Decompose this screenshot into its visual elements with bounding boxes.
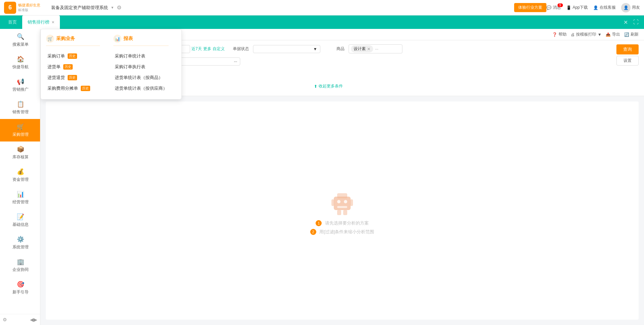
sidebar-item-sales[interactable]: 📋 销售管理 bbox=[0, 96, 40, 119]
tab-close-icon[interactable]: ✕ bbox=[51, 20, 55, 25]
purchase-business-title: 🛒 采购业务 bbox=[46, 35, 100, 46]
system-settings-btn[interactable]: ⚙ bbox=[117, 4, 121, 11]
svg-rect-6 bbox=[350, 199, 353, 206]
sidebar: 🔍 搜索菜单 🏠 快捷导航 📢 营销推广 📋 销售管理 🛒 采购管理 📦 库存核… bbox=[0, 29, 40, 325]
purchase-business-section: 🛒 采购业务 采购订单 历史 进货单 历史 进货退货 历史 采购费用分摊单 历史 bbox=[46, 35, 100, 94]
empty-illustration bbox=[325, 187, 359, 220]
export-icon: 📤 bbox=[606, 32, 611, 37]
menu-item-order-stat[interactable]: 采购订单统计表 bbox=[113, 51, 169, 62]
salesperson-select[interactable]: ··· bbox=[173, 57, 240, 66]
salesperson-ellipsis: ··· bbox=[234, 59, 237, 64]
goods-tag-close[interactable]: ✕ bbox=[367, 47, 370, 51]
sidebar-item-purchase[interactable]: 🛒 采购管理 bbox=[0, 119, 40, 141]
notification-badge: 9 bbox=[558, 3, 563, 7]
sidebar-item-guide[interactable]: 🎯 新手引导 bbox=[0, 277, 40, 299]
app-download-action[interactable]: 📱 App下载 bbox=[566, 5, 588, 10]
refresh-btn[interactable]: 🔄 刷新 bbox=[624, 32, 639, 37]
menu-item-incoming-by-supplier[interactable]: 进货单统计表（按供应商） bbox=[113, 83, 169, 94]
menu-item-order-exec[interactable]: 采购订单执行表 bbox=[113, 62, 169, 72]
finance-icon: 💰 bbox=[17, 168, 24, 175]
avatar: 👤 bbox=[621, 3, 631, 12]
menu-item-purchase-order[interactable]: 采购订单 历史 bbox=[46, 51, 100, 62]
sidebar-label-guide: 新手引导 bbox=[12, 289, 29, 295]
user-action[interactable]: 👤 用友 bbox=[621, 3, 640, 12]
purchase-report-icon: 📊 bbox=[113, 35, 121, 43]
window-minimize-btn[interactable]: ✕ bbox=[621, 19, 631, 26]
svg-point-2 bbox=[337, 200, 341, 203]
tab-home[interactable]: 首页 bbox=[3, 15, 22, 29]
guide-icon: 🎯 bbox=[17, 281, 24, 288]
menu-item-expense[interactable]: 采购费用分摊单 历史 bbox=[46, 83, 100, 94]
refresh-icon: 🔄 bbox=[624, 32, 629, 37]
notification-icon: 💬 bbox=[546, 5, 551, 10]
sidebar-collapse-btn[interactable]: ◀▶ bbox=[30, 317, 37, 322]
svg-rect-1 bbox=[337, 193, 347, 198]
svg-point-3 bbox=[344, 200, 347, 203]
menu-item-incoming-by-goods[interactable]: 进货单统计表（按商品） bbox=[113, 72, 169, 83]
sidebar-item-operation[interactable]: 📊 经营管理 bbox=[0, 187, 40, 209]
preset-7days[interactable]: 近7天 bbox=[191, 46, 202, 52]
sidebar-item-basic[interactable]: 📝 基础信息 bbox=[0, 209, 40, 232]
home-icon: 🏠 bbox=[17, 55, 24, 63]
sidebar-label-system: 系统管理 bbox=[12, 244, 29, 250]
sidebar-item-search[interactable]: 🔍 搜索菜单 bbox=[0, 29, 40, 51]
sidebar-label-operation: 经营管理 bbox=[12, 199, 29, 205]
goods-label: 商品 bbox=[324, 46, 345, 52]
collapse-icon: ⬆ bbox=[314, 84, 317, 89]
sidebar-label-marketing: 营销推广 bbox=[12, 87, 29, 92]
goods-tag: 设计素 ✕ bbox=[351, 45, 373, 52]
online-service-action[interactable]: 👤 在线客服 bbox=[593, 5, 616, 10]
logo-text: 畅捷通好生意 bbox=[18, 3, 40, 7]
hist-badge-1: 历史 bbox=[63, 64, 73, 70]
nav-tabs: 首页 销售排行榜 ✕ ✕ ⛶ bbox=[0, 15, 644, 29]
industry-button[interactable]: 体验行业方案 bbox=[514, 3, 546, 12]
sidebar-settings-btn[interactable]: ⚙ bbox=[3, 317, 7, 322]
sales-icon: 📋 bbox=[17, 100, 24, 108]
sidebar-item-inventory[interactable]: 📦 库存核算 bbox=[0, 141, 40, 164]
sidebar-item-enterprise[interactable]: 🏢 企业协同 bbox=[0, 254, 40, 277]
menu-item-incoming[interactable]: 进货单 历史 bbox=[46, 62, 100, 72]
tab-sales-ranking[interactable]: 销售排行榜 ✕ bbox=[22, 15, 60, 29]
basic-icon: 📝 bbox=[17, 213, 24, 220]
svg-rect-5 bbox=[331, 199, 334, 206]
sidebar-item-quicknav[interactable]: 🏠 快捷导航 bbox=[0, 51, 40, 74]
voucher-status-select[interactable]: ▼ bbox=[253, 45, 320, 53]
goods-filter: 设计素 ✕ ··· bbox=[349, 44, 402, 53]
sidebar-item-marketing[interactable]: 📢 营销推广 bbox=[0, 74, 40, 96]
system-name: 装备及固定资产辅助管理系统 bbox=[51, 5, 108, 11]
preset-more[interactable]: 更多 bbox=[203, 46, 211, 52]
goods-ellipsis[interactable]: ··· bbox=[375, 47, 379, 51]
inventory-icon: 📦 bbox=[17, 146, 24, 153]
print-btn[interactable]: 🖨 按模板打印 ▼ bbox=[571, 32, 602, 37]
sidebar-item-system[interactable]: ⚙️ 系统管理 bbox=[0, 232, 40, 254]
notification-action[interactable]: 💬 消息 9 bbox=[546, 5, 561, 10]
svg-rect-8 bbox=[343, 210, 347, 215]
tab-home-label: 首页 bbox=[8, 19, 17, 25]
hist-badge-0: 历史 bbox=[68, 53, 77, 59]
operation-icon: 📊 bbox=[17, 191, 24, 198]
help-btn[interactable]: ❓ 帮助 bbox=[552, 32, 567, 37]
menu-item-return[interactable]: 进货退货 历史 bbox=[46, 72, 100, 83]
empty-tip-1: 1 请先选择要分析的方案 bbox=[316, 220, 369, 226]
sidebar-label-finance: 资金管理 bbox=[12, 177, 29, 182]
svg-rect-7 bbox=[337, 210, 341, 215]
sidebar-label-search: 搜索菜单 bbox=[12, 42, 29, 47]
purchase-dropdown-menu: 🛒 采购业务 采购订单 历史 进货单 历史 进货退货 历史 采购费用分摊单 历史… bbox=[40, 29, 182, 99]
top-bar: 6 畅捷通好生意 标准版 装备及固定资产辅助管理系统 ▼ ⚙ 体验行业方案 💬 … bbox=[0, 0, 644, 15]
filter-settings-button[interactable]: 设置 bbox=[616, 56, 639, 66]
top-right-actions: 💬 消息 9 📱 App下载 👤 在线客服 👤 用友 bbox=[546, 3, 640, 12]
sidebar-label-enterprise: 企业协同 bbox=[12, 267, 29, 273]
export-btn[interactable]: 📤 导出 bbox=[606, 32, 620, 37]
empty-tip-2: 2 用[过滤]条件来缩小分析范围 bbox=[310, 229, 374, 235]
sidebar-label-basic: 基础信息 bbox=[12, 222, 29, 228]
search-icon: 🔍 bbox=[17, 33, 24, 40]
preset-custom[interactable]: 自定义 bbox=[213, 46, 225, 52]
query-button[interactable]: 查询 bbox=[616, 44, 639, 54]
svg-rect-4 bbox=[337, 206, 347, 208]
purchase-report-title: 📊 报表 bbox=[113, 35, 169, 46]
purchase-report-section: 📊 报表 采购订单统计表 采购订单执行表 进货单统计表（按商品） 进货单统计表（… bbox=[113, 35, 169, 94]
sidebar-item-finance[interactable]: 💰 资金管理 bbox=[0, 164, 40, 187]
system-dropdown-btn[interactable]: ▼ bbox=[111, 6, 114, 9]
window-maximize-btn[interactable]: ⛶ bbox=[631, 19, 641, 25]
empty-state: 1 请先选择要分析的方案 2 用[过滤]条件来缩小分析范围 bbox=[46, 101, 639, 320]
